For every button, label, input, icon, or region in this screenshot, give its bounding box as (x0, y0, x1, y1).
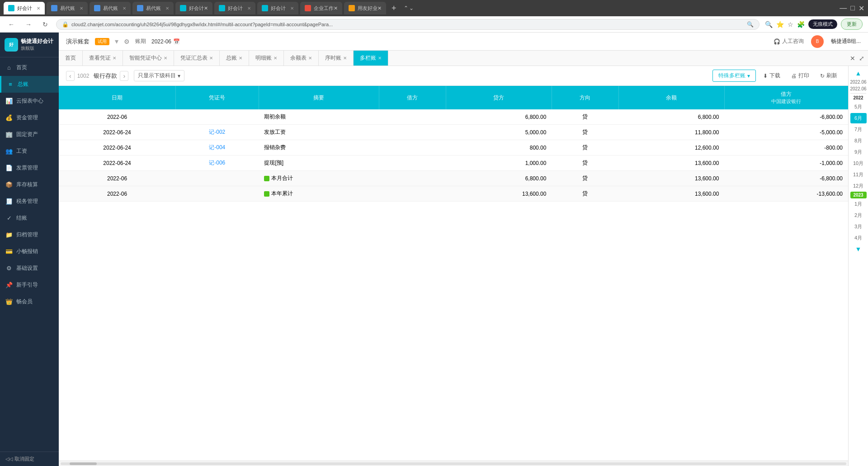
next-account-button[interactable]: › (120, 71, 128, 81)
close-button[interactable]: ✕ (859, 4, 864, 13)
page-tab-voucher-summary[interactable]: 凭证汇总表 ✕ (174, 51, 220, 66)
tab-3[interactable]: 易代账 ✕ (132, 2, 174, 14)
calendar-month-7[interactable]: 7月 (850, 124, 867, 135)
tab-close-icon[interactable]: ✕ (123, 6, 126, 11)
page-tab-multi-column[interactable]: 多栏账 ✕ (354, 51, 388, 66)
bookmark-icon[interactable]: ☆ (788, 21, 793, 28)
voucher-cell[interactable]: 记-004 (175, 140, 259, 155)
update-button[interactable]: 更新 (841, 19, 863, 30)
tab-4[interactable]: 好会计✕ (175, 2, 212, 14)
special-multi-column-button[interactable]: 特殊多栏账 ▾ (712, 70, 756, 82)
sidebar-item-report[interactable]: 📊 云报表中心 (0, 93, 59, 109)
calendar-month-9[interactable]: 9月 (850, 147, 867, 157)
calendar-month-11[interactable]: 11月 (850, 169, 867, 180)
filter-dropdown[interactable]: 只显示下级科目 ▾ (134, 70, 184, 81)
sidebar-item-close[interactable]: ✓ 结账 (0, 210, 59, 226)
new-tab-button[interactable]: + (388, 4, 400, 13)
collapse-icon[interactable]: ✕ (850, 55, 855, 62)
sidebar-item-home[interactable]: ⌂ 首页 (0, 59, 59, 76)
calendar-month-2023-2[interactable]: 2月 (850, 210, 867, 221)
url-bar[interactable]: 🔒 cloud2.chanjet.com/accounting/uh26t264… (56, 19, 760, 30)
calendar-month-5[interactable]: 5月 (850, 102, 867, 112)
credit-cell: 13,600.00 (446, 186, 552, 202)
consult-button[interactable]: 🎧 人工咨询 (774, 38, 804, 45)
tab-nav-prev[interactable]: ⌃ (404, 5, 408, 11)
page-tab-smart-voucher[interactable]: 智能凭证中心 ✕ (123, 51, 174, 66)
horizontal-scrollbar[interactable] (59, 461, 848, 466)
extensions-icon[interactable]: 🧩 (797, 21, 805, 28)
sidebar-item-asset[interactable]: 🏢 固定资产 (0, 126, 59, 143)
minimize-button[interactable]: — (840, 4, 847, 12)
scroll-thumb[interactable] (70, 462, 97, 465)
calendar-scroll-up[interactable]: ▲ (854, 68, 863, 79)
tab-nav-next[interactable]: ⌄ (409, 5, 414, 11)
voucher-cell[interactable]: 记-006 (175, 155, 259, 171)
calendar-month-2023-4[interactable]: 4月 (850, 233, 867, 243)
calendar-month-8[interactable]: 8月 (850, 136, 867, 146)
dropdown-icon[interactable]: ▾ (115, 37, 118, 46)
tab-2[interactable]: 易代账 ✕ (90, 2, 131, 14)
calendar-month-2023-1[interactable]: 1月 (850, 199, 867, 209)
forward-button[interactable]: → (23, 19, 34, 30)
page-tab-journal[interactable]: 序时账 ✕ (319, 51, 354, 66)
sidebar-item-guide[interactable]: 📌 新手引导 (0, 277, 59, 293)
calendar-icon[interactable]: 📅 (173, 38, 180, 45)
tab-close-icon[interactable]: ✕ (165, 6, 169, 11)
tab-close-icon[interactable]: ✕ (80, 6, 83, 11)
expand-icon[interactable]: ⤢ (859, 55, 864, 62)
settings-gear-icon[interactable]: ⚙ (124, 38, 130, 45)
debit-cell (379, 186, 446, 202)
back-button[interactable]: ← (5, 19, 17, 30)
page-tab-general-ledger[interactable]: 总账 ✕ (220, 51, 249, 66)
page-tab-voucher[interactable]: 查看凭证 ✕ (83, 51, 123, 66)
tab-8[interactable]: 用友好业✕ (344, 2, 386, 14)
sidebar-item-inventory[interactable]: 📦 库存核算 (0, 176, 59, 193)
voucher-cell[interactable]: 记-002 (175, 125, 259, 140)
unpin-button[interactable]: ◁◁ 取消固定 (5, 456, 53, 462)
tab-close-icon[interactable]: ✕ (290, 6, 294, 11)
sidebar-item-expense[interactable]: 💳 小畅报销 (0, 243, 59, 260)
calendar-month-10[interactable]: 10月 (850, 158, 867, 169)
tab-1[interactable]: 易代账 ✕ (47, 2, 88, 14)
page-tab-detail-ledger[interactable]: 明细账 ✕ (249, 51, 284, 66)
sidebar-item-member[interactable]: 👑 畅会员 (0, 293, 59, 310)
extension-icon[interactable]: 🔍 (765, 21, 773, 28)
sidebar-item-invoice[interactable]: 📄 发票管理 (0, 160, 59, 176)
prev-account-button[interactable]: ‹ (66, 71, 75, 81)
sidebar-item-settings[interactable]: ⚙ 基础设置 (0, 260, 59, 277)
sidebar-item-label: 发票管理 (16, 164, 38, 172)
sidebar-item-fund[interactable]: 💰 资金管理 (0, 109, 59, 126)
download-button[interactable]: ⬇ 下载 (760, 70, 784, 81)
tab-active[interactable]: 好会计 ✕ (4, 2, 45, 14)
sidebar-item-ledger[interactable]: ≡ 总账 (0, 76, 59, 93)
refresh-button[interactable]: ↻ (40, 19, 51, 30)
page-tab-home[interactable]: 首页 (59, 51, 83, 66)
tab-close-icon[interactable]: ✕ (343, 56, 347, 61)
tab-close-icon[interactable]: ✕ (113, 56, 116, 61)
sidebar-item-tax[interactable]: 🧾 税务管理 (0, 193, 59, 210)
print-button[interactable]: 🖨 打印 (788, 70, 813, 81)
page-tab-balance[interactable]: 余额表 ✕ (284, 51, 319, 66)
calendar-month-2023-3[interactable]: 3月 (850, 221, 867, 232)
calendar-month-6[interactable]: 6月 (850, 113, 867, 123)
tab-close-icon[interactable]: ✕ (239, 56, 242, 61)
sidebar-item-archive[interactable]: 📁 归档管理 (0, 226, 59, 243)
calendar-scroll-down[interactable]: ▼ (854, 244, 863, 254)
tab-close-icon[interactable]: ✕ (378, 56, 382, 61)
tab-close-icon[interactable]: ✕ (274, 56, 277, 61)
profile-icon[interactable]: ⭐ (776, 21, 784, 28)
incognito-button[interactable]: 无痕模式 (808, 19, 837, 29)
sidebar-item-payroll[interactable]: 👥 工资 (0, 143, 59, 160)
refresh-button[interactable]: ↻ 刷新 (816, 70, 841, 81)
tab-6[interactable]: 好会计 ✕ (257, 2, 298, 14)
tab-7[interactable]: 企业工作✕ (300, 2, 342, 14)
tab-close-icon[interactable]: ✕ (164, 56, 167, 61)
tab-close-icon[interactable]: ✕ (209, 56, 213, 61)
tab-5[interactable]: 好会计 ✕ (214, 2, 255, 14)
tab-close-icon[interactable]: ✕ (308, 56, 312, 61)
account-name: 银行存款 (94, 72, 117, 80)
tab-close-icon[interactable]: ✕ (247, 6, 251, 11)
calendar-month-12[interactable]: 12月 (850, 181, 867, 191)
tab-close-icon[interactable]: ✕ (37, 6, 40, 11)
maximize-button[interactable]: □ (850, 4, 855, 12)
